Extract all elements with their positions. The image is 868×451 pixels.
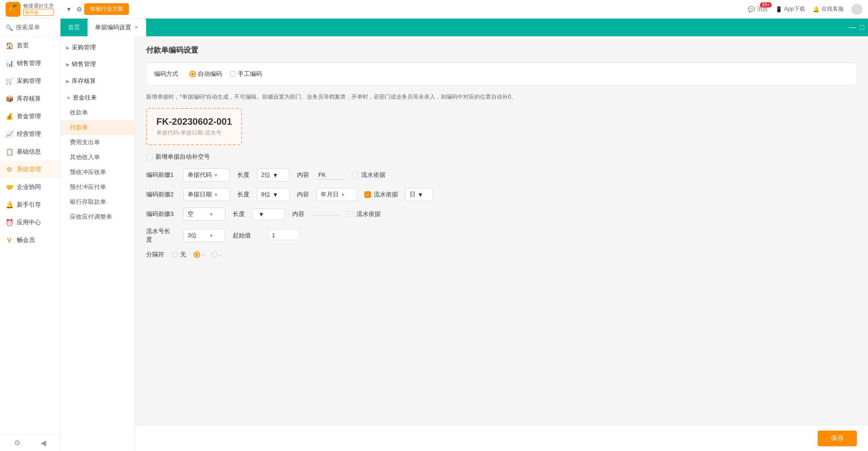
bottom-bar: 保存 [135,425,868,451]
sidebar-item-operation[interactable]: 📈 经营管理 [0,125,60,143]
sidebar-item-inventory[interactable]: 📦 库存核算 [0,90,60,108]
sidebar-item-finance[interactable]: 💰 资金管理 [0,108,60,125]
sidebar-item-purchase[interactable]: 🛒 采购管理 [0,72,60,90]
prefix-label-3: 编码前缀3 [146,210,176,218]
stream-check-1: 流水依据 [352,171,385,179]
sep-radio-dot [194,251,200,258]
stream-label-1: 流水依据 [361,171,385,179]
chevron-right-icon2: ▶ [66,62,70,67]
nav-dropdown[interactable]: ▼ [63,5,74,13]
tab-encoding-settings[interactable]: 单据编码设置 ✕ [87,19,146,36]
message-badge: 99+ [760,2,772,7]
radio-auto-dot [189,71,196,77]
sub-menu-item-other-income[interactable]: 其他收入单 [61,150,135,165]
sidebar-item-home[interactable]: 🏠 首页 [0,37,60,54]
experience-button[interactable]: 体验行业方案 [84,3,129,15]
content-select-2[interactable]: 年月日 ▼ [316,188,357,201]
radio-auto[interactable]: 自动编码 [189,70,222,78]
sidebar-collapse-icon[interactable]: ◀ [40,438,46,447]
app-download-item[interactable]: 📱 App下载 [775,5,805,13]
main: 首页 单据编码设置 ✕ — □ ▶ 采购管理 [61,19,868,451]
sidebar-item-system[interactable]: ⚙ 系统管理 [0,161,60,178]
sub-menu-item-bank[interactable]: 银行存取款单 [61,195,135,209]
user-avatar[interactable] [851,4,862,15]
sub-menu-item-adjustment[interactable]: 应收应付调整单 [61,209,135,224]
form-row-2: 编码前缀2 单据日期 ▼ 长度 8位 ▼ 内容 [146,188,857,201]
encoding-method-card: 编码方式 自动编码 手工编码 [146,63,857,85]
minimize-icon[interactable]: — [848,23,856,32]
chevron-right-icon: ▶ [66,45,70,50]
system-icon: ⚙ [6,166,13,173]
sales-icon: 📊 [6,60,13,67]
sub-menu-header-purchase[interactable]: ▶ 采购管理 [61,40,135,55]
length-select-1[interactable]: 2位 ▼ [257,168,289,182]
message-icon: 💬 [748,6,755,13]
page-wrapper: 付款单编码设置 编码方式 自动编码 [135,36,868,451]
sidebar-item-member[interactable]: V 畅会员 [0,231,60,249]
sep-radio-dot2 [211,251,218,258]
prefix-arrow-2: ▼ [214,192,218,197]
stream-period-select-2[interactable]: 日 ▼ [405,188,433,201]
prefix-select-3[interactable]: 空 ▼ [183,208,225,221]
prefix-select-1[interactable]: 单据代码 ▼ [183,168,230,182]
page-title: 付款单编码设置 [146,46,857,55]
sub-menu-item-payment[interactable]: 付款单 [61,120,135,135]
top-bar: 🍊 畅捷通好生意 插件版 ▼ ⚙ 体验行业方案 💬 消息 99+ 📱 App下载… [0,0,868,19]
content-label-2: 内容 [297,190,309,199]
sidebar-settings-icon[interactable]: ⚙ [14,438,20,447]
sub-menu-group-capital: ▼ 资金往来 收款单 付款单 费用支出单 其他收入单 预收冲应收单 预付冲应付单… [61,90,135,224]
length-select-3[interactable]: ▼ [252,209,285,220]
length-arrow-3: ▼ [258,211,264,218]
maximize-icon[interactable]: □ [860,23,864,32]
content-arrow-2: ▼ [341,192,345,197]
sep-option-none[interactable]: 无 [172,250,186,259]
sub-menu-item-receipt[interactable]: 收款单 [61,105,135,120]
sep-option-dot[interactable]: · [194,251,204,258]
serial-length-arrow: ▼ [209,233,214,238]
tabs-bar-actions: — □ [848,23,868,32]
sidebar-item-app-center[interactable]: ⏰ 应用中心 [0,214,60,231]
length-label-3: 长度 [233,210,245,218]
sidebar-item-sales[interactable]: 📊 销售管理 [0,54,60,72]
auto-fill-label: 新增单据自动补空号 [155,153,210,161]
stream-checkbox-3[interactable] [347,211,354,217]
content-value-3 [312,213,340,215]
sep-option-dot2[interactable]: · [211,251,222,258]
sidebar-item-basic[interactable]: 📋 基础信息 [0,143,60,161]
sub-menu-header-capital[interactable]: ▼ 资金往来 [61,90,135,105]
sidebar-item-guide[interactable]: 🔔 新手引导 [0,196,60,214]
sidebar-item-enterprise[interactable]: 🤝 企业协同 [0,178,60,196]
save-button[interactable]: 保存 [818,431,857,446]
prefix-label-2: 编码前缀2 [146,190,176,199]
sub-menu-header-inventory[interactable]: ▶ 库存核算 [61,74,135,88]
nav-gear-icon[interactable]: ⚙ [76,6,82,13]
serial-start-input[interactable] [270,231,298,240]
stream-checkbox-1[interactable] [352,172,358,178]
radio-manual[interactable]: 手工编码 [229,70,262,78]
tab-home[interactable]: 首页 [61,19,87,36]
search-menu[interactable]: 🔍 搜索菜单 [0,19,60,37]
tabs-bar: 首页 单据编码设置 ✕ — □ [61,19,868,36]
sub-menu-item-expense[interactable]: 费用支出单 [61,135,135,150]
brand-icon: 🍊 [6,2,20,17]
length-select-2[interactable]: 8位 ▼ [257,188,289,201]
prefix-arrow-1: ▼ [214,173,218,178]
online-service-item[interactable]: 🔔 在线客服 [813,5,844,13]
sub-menu-item-advance-receive[interactable]: 预收冲应收单 [61,165,135,180]
serial-length-select[interactable]: 3位 ▼ [183,229,225,242]
purchase-icon: 🛒 [6,77,13,85]
tab-close-icon[interactable]: ✕ [134,24,139,31]
prefix-select-2[interactable]: 单据日期 ▼ [183,188,230,201]
stream-checkbox-2[interactable]: ✓ [364,191,371,198]
auto-fill-checkbox[interactable] [146,154,153,160]
stream-label-3: 流水依据 [357,210,381,218]
sub-menu-header-sales[interactable]: ▶ 销售管理 [61,57,135,72]
content-label-1: 内容 [297,171,309,179]
serial-row: 流水号长度 3位 ▼ 起始值 [146,227,857,244]
form-rows: 编码前缀1 单据代码 ▼ 长度 2位 ▼ 内容 FK [146,168,857,221]
message-item[interactable]: 💬 消息 99+ [748,5,768,13]
sub-menu-item-advance-pay[interactable]: 预付冲应付单 [61,180,135,195]
sub-menu-group-inventory: ▶ 库存核算 [61,74,135,88]
chevron-right-icon3: ▶ [66,79,70,84]
service-icon: 🔔 [813,6,820,13]
